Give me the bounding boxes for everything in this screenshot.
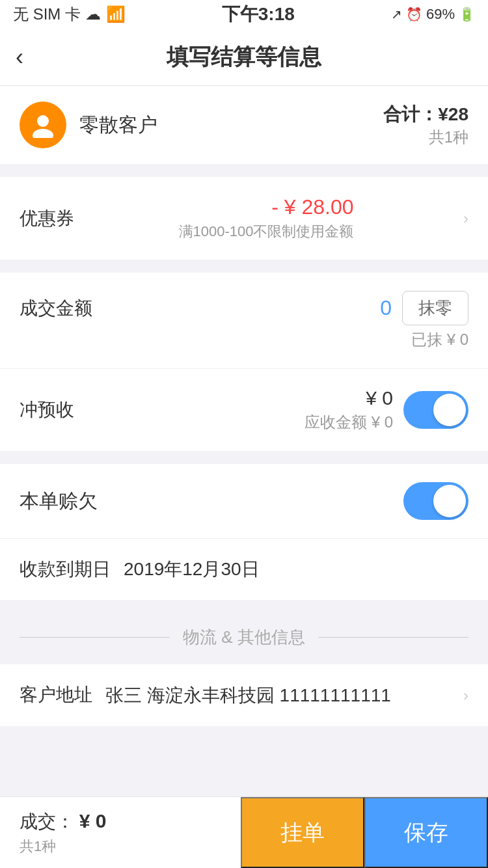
- bottom-transaction-label: 成交：: [20, 811, 74, 832]
- due-date-section: 收款到期日 2019年12月30日: [0, 538, 488, 600]
- bottom-transaction: 成交： ¥ 0: [20, 809, 221, 834]
- bottom-transaction-value: ¥ 0: [79, 810, 107, 832]
- bottom-info: 成交： ¥ 0 共1种: [0, 797, 241, 868]
- alarm-icon: ⏰: [406, 7, 422, 22]
- coupon-amount: - ¥ 28.00: [179, 195, 354, 219]
- divider-3: [0, 451, 488, 464]
- transaction-value: 0: [380, 296, 392, 320]
- coupon-label: 优惠券: [20, 206, 74, 231]
- due-date-value: 2019年12月30日: [124, 557, 260, 582]
- logistics-label: 物流 & 其他信息: [183, 626, 305, 649]
- coupon-chevron: ›: [463, 210, 468, 228]
- save-button[interactable]: 保存: [364, 797, 488, 868]
- customer-name: 零散客户: [79, 112, 157, 139]
- sim-status: 无 SIM 卡 ☁: [13, 4, 101, 25]
- transaction-label: 成交金额: [20, 296, 92, 321]
- back-button[interactable]: ‹: [16, 44, 23, 71]
- prepaid-sub: 应收金额 ¥ 0: [305, 412, 393, 433]
- bottom-count: 共1种: [20, 837, 221, 856]
- status-left: 无 SIM 卡 ☁ 📶: [13, 4, 126, 25]
- customer-section: 零散客户 合计：¥28 共1种: [0, 86, 488, 164]
- battery-icon: 🔋: [459, 7, 475, 22]
- due-date-label: 收款到期日: [20, 557, 111, 582]
- logistics-divider: 物流 & 其他信息: [0, 610, 488, 664]
- debt-section: 本单赊欠: [0, 464, 488, 538]
- coupon-desc: 满1000-100不限制使用金额: [179, 222, 354, 241]
- divider-4: [0, 600, 488, 610]
- round-button[interactable]: 抹零: [402, 291, 468, 325]
- address-chevron: ›: [463, 686, 468, 705]
- pending-button[interactable]: 挂单: [241, 797, 364, 868]
- svg-point-1: [33, 129, 53, 138]
- total-count: 共1种: [383, 127, 468, 148]
- status-bar: 无 SIM 卡 ☁ 📶 下午3:18 ↗ ⏰ 69% 🔋: [0, 0, 488, 29]
- debt-toggle[interactable]: [403, 482, 468, 520]
- debt-label: 本单赊欠: [20, 488, 98, 515]
- address-label: 客户地址: [20, 683, 92, 707]
- prepaid-section: 冲预收 ¥ 0 应收金额 ¥ 0: [0, 369, 488, 451]
- bottom-bar: 成交： ¥ 0 共1种 挂单 保存: [0, 796, 488, 868]
- address-value: 张三 海淀永丰科技园 11111111111: [105, 683, 391, 708]
- prepaid-label: 冲预收: [20, 398, 74, 422]
- nav-bar: ‹ 填写结算等信息: [0, 29, 488, 86]
- prepaid-amount: ¥ 0: [305, 387, 393, 409]
- coupon-row[interactable]: 优惠券 - ¥ 28.00 满1000-100不限制使用金额 ›: [0, 177, 488, 260]
- divider-2: [0, 260, 488, 273]
- coupon-section[interactable]: 优惠券 - ¥ 28.00 满1000-100不限制使用金额 ›: [0, 177, 488, 260]
- transaction-sub: 已抹 ¥ 0: [411, 329, 468, 350]
- wifi-icon: 📶: [106, 5, 126, 23]
- avatar: [20, 102, 66, 148]
- status-time: 下午3:18: [222, 2, 295, 27]
- customer-row: 零散客户 合计：¥28 共1种: [0, 86, 488, 164]
- svg-point-0: [37, 115, 49, 127]
- battery-text: 69%: [426, 6, 455, 23]
- transaction-section: 成交金额 0 抹零 已抹 ¥ 0: [0, 273, 488, 369]
- page-title: 填写结算等信息: [167, 42, 321, 72]
- total-amount: 合计：¥28: [383, 102, 468, 127]
- divider-1: [0, 164, 488, 177]
- toggle-thumb: [433, 394, 466, 426]
- address-section[interactable]: 客户地址 张三 海淀永丰科技园 11111111111 ›: [0, 664, 488, 726]
- status-right: ↗ ⏰ 69% 🔋: [391, 6, 475, 23]
- debt-toggle-thumb: [433, 485, 466, 517]
- location-icon: ↗: [391, 7, 402, 22]
- prepaid-toggle[interactable]: [403, 391, 468, 429]
